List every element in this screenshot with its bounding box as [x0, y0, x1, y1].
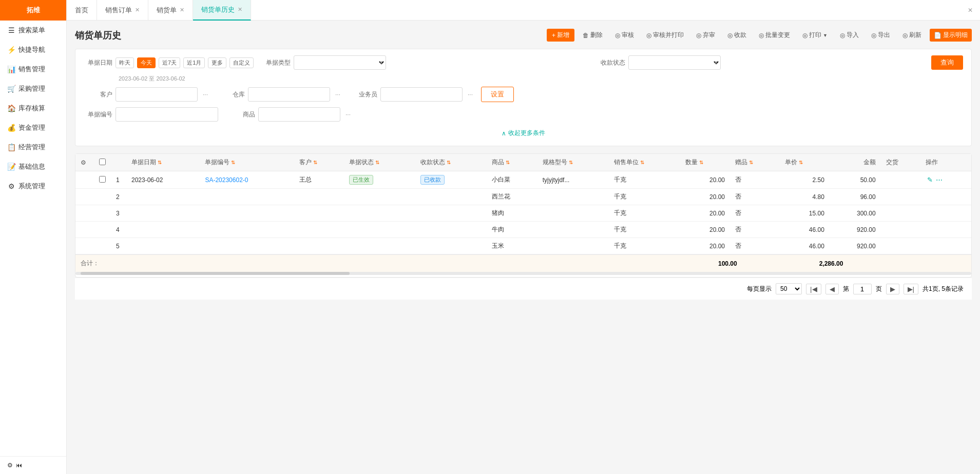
toolbar: + 新增 🗑 删除 ◎ 审核 ◎ 审核并打印 ◎ 弃审	[547, 29, 972, 42]
date-custom[interactable]: 自定义	[229, 57, 254, 68]
sidebar-item-label: 基础信息	[18, 162, 45, 171]
date-1month[interactable]: 近1月	[183, 57, 205, 68]
main-area: 首页 销售订单 ✕ 销货单 ✕ 销货单历史 ✕ ✕ 销货单历史 + 新增	[67, 0, 980, 474]
sort-unit-price-icon[interactable]: ⇅	[799, 160, 803, 165]
cell-goods: 西兰花	[487, 189, 537, 205]
goods-input[interactable]	[258, 107, 340, 122]
doc-no-input[interactable]	[116, 107, 218, 122]
filter-settings-btn-wrap: 设置	[481, 87, 514, 102]
refresh-icon: ◎	[902, 32, 908, 39]
date-range-text: 2023-06-02 至 2023-06-02	[119, 75, 185, 82]
select-all-checkbox[interactable]	[99, 159, 106, 165]
page-size-select[interactable]: 50 20 100	[776, 283, 802, 294]
tab-sales-goods[interactable]: 销货单 ✕	[148, 0, 193, 21]
sidebar-item-sales-mgmt[interactable]: 📊 销售管理	[0, 60, 66, 79]
abandon-button[interactable]: ◎ 弃审	[692, 29, 719, 42]
sort-unit-icon[interactable]: ⇅	[640, 160, 644, 165]
goods-dots[interactable]: ···	[345, 111, 351, 118]
cell-gift: 否	[730, 222, 780, 238]
customer-input[interactable]	[116, 87, 198, 102]
sort-doc-status-icon[interactable]: ⇅	[375, 160, 379, 165]
export-button[interactable]: ◎ 导出	[867, 29, 894, 42]
date-7days[interactable]: 近7天	[159, 57, 180, 68]
sort-payment-status-icon[interactable]: ⇅	[447, 160, 451, 165]
table-container: ⚙ 单据日期⇅ 单据编号⇅ 客户⇅	[75, 153, 972, 278]
payment-status-select[interactable]	[628, 55, 721, 70]
tab-sales-order-close[interactable]: ✕	[135, 7, 140, 13]
cell-spec	[537, 222, 609, 238]
date-today[interactable]: 今天	[137, 57, 156, 68]
cell-doc-status	[344, 189, 415, 205]
sort-doc-date-icon[interactable]: ⇅	[158, 160, 162, 165]
delete-button[interactable]: 🗑 删除	[579, 29, 607, 42]
payment-status-label: 收款状态	[597, 58, 625, 67]
tab-sales-order-label: 销售订单	[105, 6, 132, 15]
sort-quantity-icon[interactable]: ⇅	[699, 160, 703, 165]
date-more[interactable]: 更多	[208, 57, 226, 68]
tab-sales-order[interactable]: 销售订单 ✕	[97, 0, 148, 21]
sidebar-item-sys-mgmt[interactable]: ⚙ 系统管理	[0, 176, 66, 196]
sidebar-item-quick-nav[interactable]: ⚡ 快捷导航	[0, 40, 66, 60]
sidebar-item-ops-mgmt[interactable]: 📋 经营管理	[0, 137, 66, 157]
sort-gift-icon[interactable]: ⇅	[749, 160, 753, 165]
tab-sales-history-close[interactable]: ✕	[238, 6, 242, 13]
next-page-btn[interactable]: ▶	[886, 284, 899, 294]
settings-button[interactable]: 设置	[481, 87, 514, 102]
sidebar-item-search-menu[interactable]: ☰ 搜索菜单	[0, 21, 66, 40]
row-checkbox[interactable]	[99, 176, 106, 183]
footer-label: 合计：	[81, 259, 99, 268]
salesperson-input[interactable]	[380, 87, 463, 102]
last-page-btn[interactable]: ▶|	[904, 284, 918, 294]
batch-change-button[interactable]: ◎ 批量变更	[755, 29, 794, 42]
sidebar-logo: 拓维	[0, 0, 66, 21]
tab-sales-goods-close[interactable]: ✕	[180, 7, 184, 13]
audit-button[interactable]: ◎ 审核	[611, 29, 638, 42]
cell-payment-status	[415, 205, 487, 222]
tab-close-all[interactable]: ✕	[960, 7, 980, 14]
col-settings-icon[interactable]: ⚙	[81, 159, 86, 166]
sort-spec-icon[interactable]: ⇅	[569, 160, 573, 165]
sort-customer-icon[interactable]: ⇅	[313, 160, 317, 165]
page-header: 销货单历史 + 新增 🗑 删除 ◎ 审核 ◎ 审核并打印	[75, 29, 972, 42]
cell-unit-price: 4.80	[780, 189, 830, 205]
tab-home[interactable]: 首页	[67, 0, 97, 21]
horizontal-scrollbar[interactable]	[75, 272, 971, 275]
sort-goods-icon[interactable]: ⇅	[506, 160, 510, 165]
col-quantity: 数量⇅	[680, 154, 730, 171]
show-detail-icon: 📄	[934, 32, 941, 39]
audit-print-button[interactable]: ◎ 审核并打印	[642, 29, 688, 42]
edit-op-btn[interactable]: ✎	[926, 176, 934, 184]
sidebar-item-basic-info[interactable]: 📝 基础信息	[0, 157, 66, 176]
refresh-button[interactable]: ◎ 刷新	[898, 29, 926, 42]
sidebar-item-label: 系统管理	[18, 182, 45, 191]
sidebar-item-inventory[interactable]: 🏠 库存核算	[0, 98, 66, 118]
prev-page-btn[interactable]: ◀	[825, 284, 839, 294]
doc-no-link[interactable]: SA-20230602-0	[205, 176, 248, 184]
show-detail-button[interactable]: 📄 显示明细	[930, 29, 972, 42]
tab-sales-history[interactable]: 销货单历史 ✕	[193, 0, 251, 21]
print-button[interactable]: ◎ 打印 ▼	[798, 29, 832, 42]
collapse-btn[interactable]: ∧ 收起更多条件	[84, 127, 963, 140]
receive-button[interactable]: ◎ 收款	[723, 29, 751, 42]
scrollbar-thumb[interactable]	[81, 272, 350, 275]
more-op-btn[interactable]: ⋯	[934, 176, 944, 184]
doc-type-select[interactable]	[294, 55, 386, 70]
customer-dots[interactable]: ···	[203, 91, 208, 98]
first-page-btn[interactable]: |◀	[806, 284, 821, 294]
table-row: 4 牛肉 千克 20.00 否 46.00 920.00	[75, 222, 971, 238]
sidebar-settings-btn[interactable]: ⚙ ⏮	[0, 457, 66, 474]
salesperson-dots[interactable]: ···	[468, 91, 473, 98]
sidebar-item-purchase-mgmt[interactable]: 🛒 采购管理	[0, 79, 66, 98]
query-button[interactable]: 查询	[931, 55, 963, 70]
sort-doc-no-icon[interactable]: ⇅	[231, 160, 235, 165]
table-row: 5 玉米 千克 20.00 否 46.00 920.00	[75, 238, 971, 254]
cell-settings	[75, 238, 94, 254]
import-button[interactable]: ◎ 导入	[836, 29, 863, 42]
warehouse-dots[interactable]: ···	[335, 91, 340, 98]
current-page-input[interactable]	[853, 284, 872, 294]
warehouse-input[interactable]	[248, 87, 330, 102]
add-button[interactable]: + 新增	[547, 29, 574, 42]
sidebar-item-finance[interactable]: 💰 资金管理	[0, 118, 66, 137]
date-yesterday[interactable]: 昨天	[116, 57, 134, 68]
inventory-icon: 🏠	[7, 104, 15, 112]
